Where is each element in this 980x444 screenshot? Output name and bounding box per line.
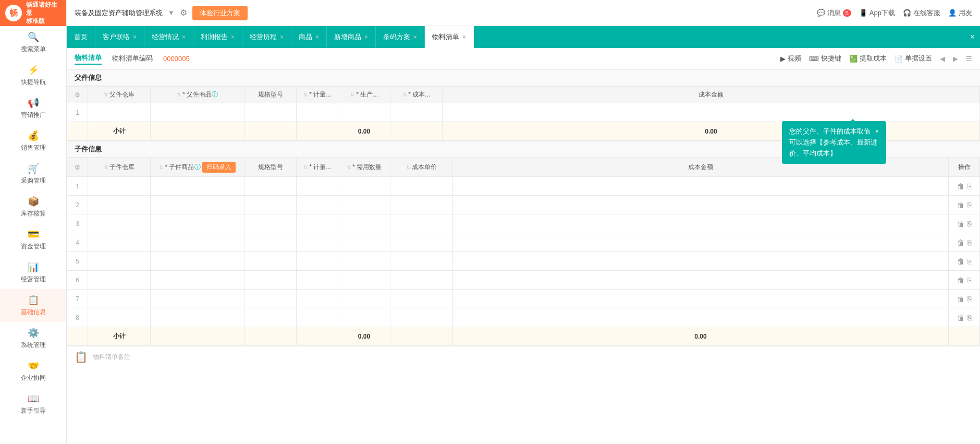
child-row-1-product[interactable] [151,177,244,196]
child-row-3-spec[interactable] [244,214,297,233]
child-row-7-spec[interactable] [244,290,297,308]
child-row-1-warehouse[interactable] [88,177,151,196]
child-row-7-delete-icon[interactable]: 🗑 [957,295,964,303]
tab-operations[interactable]: 经营情况 × [144,26,193,48]
child-row-6-delete-icon[interactable]: 🗑 [957,276,964,284]
child-row-3-product[interactable] [151,214,244,233]
child-row-2-copy-icon[interactable]: ⎘ [967,201,972,209]
settings-gear-icon[interactable]: ⚙ [180,8,187,18]
tooltip-close-button[interactable]: × [875,126,879,137]
child-row-1-spec[interactable] [244,177,297,196]
child-row-7-amount[interactable] [453,290,949,308]
child-row-4-unit[interactable] [297,233,338,252]
tab-operations-close[interactable]: × [182,33,186,41]
parent-row-1-cost[interactable] [390,103,443,122]
child-row-3-qty[interactable] [338,214,390,233]
user-menu[interactable]: 👤 用友 [948,8,972,18]
child-row-8-unitcost[interactable] [390,308,453,327]
tab-customers[interactable]: 客户联络 × [95,26,144,48]
child-row-8-unit[interactable] [297,308,338,327]
sidebar-item-search[interactable]: 🔍 搜索菜单 [0,26,66,59]
sidebar-item-finance[interactable]: 💳 资金管理 [0,223,66,256]
child-col-settings[interactable]: ⚙ [67,158,88,177]
child-row-4-warehouse[interactable] [88,233,151,252]
child-row-6-copy-icon[interactable]: ⎘ [967,276,972,284]
online-service-button[interactable]: 🎧 在线客服 [903,8,940,18]
close-all-tabs[interactable]: × [965,32,980,42]
child-row-5-unit[interactable] [297,252,338,271]
child-row-2-warehouse[interactable] [88,196,151,214]
child-row-2-unitcost[interactable] [390,196,453,214]
child-row-6-qty[interactable] [338,271,390,290]
shortcut-button[interactable]: ⌨ 快捷键 [809,54,841,63]
tab-products-close[interactable]: × [315,33,319,41]
child-row-2-product[interactable] [151,196,244,214]
child-row-2-delete-icon[interactable]: 🗑 [957,201,964,209]
parent-row-1-spec[interactable] [244,103,297,122]
child-settings-gear-icon[interactable]: ⚙ [75,164,80,171]
nav-next-icon[interactable]: ▶ [953,55,958,63]
parent-row-1-amount[interactable] [443,103,980,122]
child-row-5-amount[interactable] [453,252,949,271]
tab-barcode[interactable]: 条码方案 × [376,26,425,48]
child-row-8-qty[interactable] [338,308,390,327]
child-row-2-spec[interactable] [244,196,297,214]
tab-profit-close[interactable]: × [231,33,235,41]
child-row-2-unit[interactable] [297,196,338,214]
child-row-4-amount[interactable] [453,233,949,252]
child-row-3-unitcost[interactable] [390,214,453,233]
sub-tab-bom-code[interactable]: 物料清单编码 [112,53,153,64]
child-row-3-delete-icon[interactable]: 🗑 [957,220,964,228]
sidebar-item-system[interactable]: ⚙️ 系统管理 [0,322,66,355]
trial-button[interactable]: 体验行业方案 [192,6,248,20]
sidebar-item-purchase[interactable]: 🛒 采购管理 [0,158,66,190]
list-view-icon[interactable]: ☰ [966,55,972,63]
child-row-4-product[interactable] [151,233,244,252]
sidebar-item-quick-nav[interactable]: ⚡ 快捷导航 [0,59,66,92]
child-row-6-product[interactable] [151,271,244,290]
sidebar-item-marketing[interactable]: 📢 营销推广 [0,92,66,125]
child-row-8-delete-icon[interactable]: 🗑 [957,314,964,322]
parent-row-1-product[interactable] [151,103,244,122]
message-button[interactable]: 💬 消息 5 [817,8,851,18]
child-row-8-product[interactable] [151,308,244,327]
child-row-3-warehouse[interactable] [88,214,151,233]
child-row-7-product[interactable] [151,290,244,308]
child-row-5-warehouse[interactable] [88,252,151,271]
child-row-6-unitcost[interactable] [390,271,453,290]
child-row-2-qty[interactable] [338,196,390,214]
parent-row-1-unit[interactable] [297,103,338,122]
tab-barcode-close[interactable]: × [413,33,417,41]
sidebar-item-basic-info[interactable]: 📋 基础信息 [0,289,66,322]
child-row-1-amount[interactable] [453,177,949,196]
child-row-2-amount[interactable] [453,196,949,214]
child-row-4-delete-icon[interactable]: 🗑 [957,238,964,247]
child-row-7-copy-icon[interactable]: ⎘ [967,295,972,303]
system-dropdown-icon[interactable]: ▼ [168,9,175,17]
child-row-4-copy-icon[interactable]: ⎘ [967,238,972,247]
tab-customers-close[interactable]: × [133,33,137,41]
child-row-3-copy-icon[interactable]: ⎘ [967,220,972,228]
extract-cost-button[interactable]: 💹 提取成本 [849,54,887,63]
child-row-3-unit[interactable] [297,214,338,233]
child-row-5-qty[interactable] [338,252,390,271]
sidebar-item-operations[interactable]: 📊 经营管理 [0,256,66,289]
child-row-7-qty[interactable] [338,290,390,308]
sidebar-item-guide[interactable]: 📖 新手引导 [0,388,66,421]
child-row-5-spec[interactable] [244,252,297,271]
child-row-4-unitcost[interactable] [390,233,453,252]
tab-products[interactable]: 商品 × [291,26,327,48]
parent-row-1-production[interactable] [338,103,390,122]
sidebar-item-enterprise[interactable]: 🤝 企业协同 [0,355,66,388]
child-row-6-amount[interactable] [453,271,949,290]
child-row-1-qty[interactable] [338,177,390,196]
view-button[interactable]: ▶ 视频 [780,54,801,63]
child-row-1-unit[interactable] [297,177,338,196]
parent-settings-gear-icon[interactable]: ⚙ [75,91,80,99]
child-row-4-qty[interactable] [338,233,390,252]
child-row-7-unit[interactable] [297,290,338,308]
child-row-6-warehouse[interactable] [88,271,151,290]
child-row-6-spec[interactable] [244,271,297,290]
tab-profit[interactable]: 利润报告 × [193,26,242,48]
child-row-8-spec[interactable] [244,308,297,327]
